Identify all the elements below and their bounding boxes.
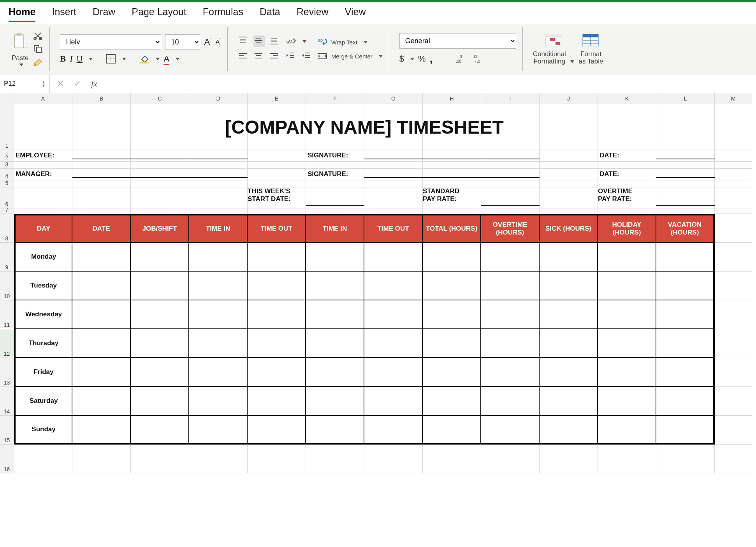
cell[interactable] (364, 445, 423, 473)
data-cell[interactable] (423, 300, 481, 328)
day-cell[interactable]: Tuesday (14, 272, 72, 300)
data-cell[interactable] (364, 272, 423, 300)
align-center-icon[interactable] (253, 51, 265, 63)
row-header-11[interactable]: 11 (0, 300, 14, 329)
cell[interactable] (715, 387, 752, 416)
data-cell[interactable] (540, 416, 598, 443)
data-cell[interactable] (131, 300, 189, 328)
data-cell[interactable] (189, 243, 248, 271)
cell[interactable] (715, 329, 752, 358)
data-cell[interactable] (656, 272, 715, 300)
cell[interactable] (72, 187, 131, 208)
row-header-5[interactable]: 5 (0, 180, 14, 187)
data-cell[interactable] (189, 387, 248, 415)
data-cell[interactable] (364, 387, 423, 415)
data-cell[interactable] (189, 300, 248, 328)
data-cell[interactable] (189, 272, 248, 300)
data-cell[interactable] (656, 300, 715, 328)
cell[interactable] (306, 162, 364, 169)
cell[interactable] (715, 243, 752, 272)
data-cell[interactable] (248, 243, 306, 271)
row-header-14[interactable]: 14 (0, 387, 14, 416)
cut-icon[interactable] (33, 31, 43, 41)
cell[interactable] (656, 445, 715, 473)
increase-decimal-icon[interactable]: ←0.00 (456, 54, 469, 64)
wrap-text-dropdown-icon[interactable] (364, 41, 367, 44)
tab-review[interactable]: Review (297, 6, 329, 22)
cell[interactable] (540, 445, 598, 473)
row-header-7[interactable]: 7 (0, 208, 14, 214)
tab-data[interactable]: Data (260, 6, 280, 22)
cell[interactable] (481, 445, 540, 473)
cell[interactable] (598, 445, 656, 473)
cell[interactable] (656, 162, 715, 169)
data-cell[interactable] (423, 272, 481, 300)
data-cell[interactable] (656, 329, 715, 357)
merge-center-dropdown-icon[interactable] (379, 55, 383, 58)
number-format-select[interactable]: General (399, 33, 516, 49)
data-cell[interactable] (540, 243, 598, 271)
data-cell[interactable] (540, 300, 598, 328)
cell[interactable] (715, 150, 752, 162)
cell[interactable] (189, 187, 248, 208)
col-header-j[interactable]: J (540, 93, 598, 104)
cell[interactable] (131, 162, 189, 169)
cell[interactable] (715, 187, 752, 208)
cell[interactable] (248, 180, 306, 187)
cell[interactable] (72, 162, 131, 169)
day-cell[interactable]: Sunday (14, 416, 72, 443)
date-field-1[interactable] (656, 150, 715, 159)
conditional-formatting-label[interactable]: ConditionalFormatting (533, 51, 566, 65)
cell[interactable] (189, 180, 248, 187)
cell[interactable] (715, 416, 752, 445)
italic-button[interactable]: I (70, 54, 72, 64)
name-box[interactable]: P12 ▲▼ (0, 74, 50, 93)
data-cell[interactable] (248, 358, 306, 386)
standard-rate-field[interactable] (481, 187, 540, 206)
data-cell[interactable] (598, 272, 656, 300)
row-header-6[interactable]: 6 (0, 187, 14, 208)
day-cell[interactable]: Monday (14, 243, 72, 271)
cell[interactable] (248, 208, 306, 214)
cell[interactable] (248, 445, 306, 473)
cell[interactable] (131, 180, 189, 187)
cell[interactable] (715, 214, 752, 243)
col-header-d[interactable]: D (189, 93, 248, 104)
row-header-8[interactable]: 8 (0, 214, 14, 243)
row-header-16[interactable]: 16 (0, 445, 14, 473)
data-cell[interactable] (72, 243, 131, 271)
cell[interactable] (715, 169, 752, 180)
cell[interactable] (540, 208, 598, 214)
cell[interactable] (14, 162, 72, 169)
cell[interactable] (715, 358, 752, 387)
data-cell[interactable] (131, 416, 189, 443)
data-cell[interactable] (72, 300, 131, 328)
align-top-icon[interactable] (238, 35, 250, 47)
cell[interactable] (715, 104, 752, 150)
manager-field[interactable] (72, 169, 248, 178)
cell[interactable] (131, 187, 189, 208)
borders-icon[interactable] (106, 54, 116, 64)
data-cell[interactable] (364, 416, 423, 443)
data-cell[interactable] (248, 300, 306, 328)
data-cell[interactable] (481, 272, 540, 300)
cell[interactable] (14, 445, 72, 473)
font-color-icon[interactable]: A (164, 54, 169, 64)
data-cell[interactable] (656, 416, 715, 443)
cell[interactable] (189, 208, 248, 214)
cell[interactable] (656, 180, 715, 187)
enter-formula-icon[interactable]: ✓ (74, 79, 81, 89)
data-cell[interactable] (540, 387, 598, 415)
data-cell[interactable] (248, 272, 306, 300)
data-cell[interactable] (72, 387, 131, 415)
cell[interactable] (715, 300, 752, 329)
date-field-2[interactable] (656, 169, 715, 178)
tab-formulas[interactable]: Formulas (203, 6, 243, 22)
data-cell[interactable] (598, 300, 656, 328)
comma-format-icon[interactable]: , (430, 53, 433, 65)
data-cell[interactable] (72, 329, 131, 357)
overtime-rate-field[interactable] (656, 187, 715, 206)
name-box-stepper[interactable]: ▲▼ (42, 80, 46, 87)
tab-insert[interactable]: Insert (52, 6, 76, 22)
row-header-2[interactable]: 2 (0, 150, 14, 162)
